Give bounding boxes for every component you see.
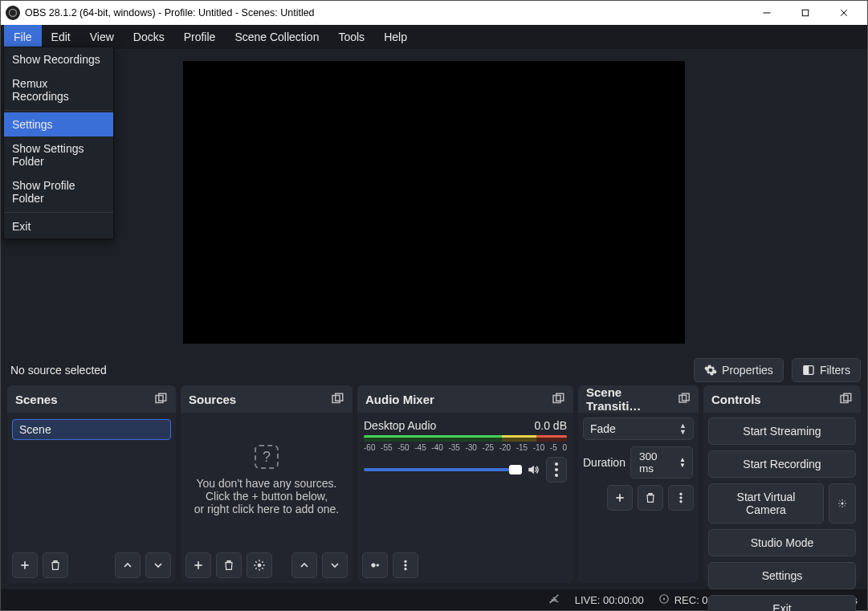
file-dropdown: Show Recordings Remux Recordings Setting… <box>3 47 114 239</box>
sources-footer <box>181 548 352 583</box>
menu-file[interactable]: File <box>4 25 42 49</box>
menu-edit[interactable]: Edit <box>42 25 80 49</box>
svg-point-19 <box>555 462 558 466</box>
properties-label: Properties <box>722 364 773 377</box>
tick: -15 <box>516 443 528 452</box>
svg-point-38 <box>663 597 665 599</box>
mixer-track-level: 0.0 dB <box>535 419 567 432</box>
tick: -20 <box>499 443 511 452</box>
minimize-button[interactable] <box>748 1 785 25</box>
studio-mode-button[interactable]: Studio Mode <box>708 529 856 556</box>
source-properties-button[interactable] <box>247 552 272 578</box>
menu-scene-collection[interactable]: Scene Collection <box>225 25 328 49</box>
popout-icon[interactable] <box>330 392 344 406</box>
svg-point-20 <box>555 468 558 471</box>
transition-buttons <box>583 485 694 511</box>
menu-help[interactable]: Help <box>374 25 417 49</box>
file-show-recordings[interactable]: Show Recordings <box>4 47 113 71</box>
tick: -25 <box>483 443 494 452</box>
svg-point-24 <box>405 564 407 567</box>
updown-icon: ▲▼ <box>679 422 687 435</box>
speaker-icon[interactable] <box>527 463 540 476</box>
svg-point-31 <box>680 497 683 499</box>
track-menu-button[interactable] <box>546 457 567 483</box>
tick: -60 <box>364 443 375 452</box>
mixer-track-name: Desktop Audio <box>364 419 436 432</box>
spinbox-arrows-icon: ▲▼ <box>679 457 686 468</box>
app-logo-icon <box>6 6 20 20</box>
scene-item[interactable]: Scene <box>12 419 171 440</box>
audio-meter <box>364 435 567 442</box>
sources-empty-text: You don't have any sources. Click the + … <box>194 477 340 515</box>
file-show-settings-folder[interactable]: Show Settings Folder <box>4 136 113 173</box>
network-icon <box>548 593 560 608</box>
mixer-header: Audio Mixer <box>357 385 573 413</box>
start-recording-button[interactable]: Start Recording <box>708 450 856 478</box>
popout-icon[interactable] <box>838 392 853 406</box>
popout-icon[interactable] <box>153 392 168 406</box>
maximize-button[interactable] <box>787 1 824 25</box>
menu-bar: File Edit View Docks Profile Scene Colle… <box>1 25 867 49</box>
add-transition-button[interactable] <box>607 485 633 511</box>
file-exit[interactable]: Exit <box>4 214 113 238</box>
remove-scene-button[interactable] <box>43 552 68 578</box>
file-remux-recordings[interactable]: Remux Recordings <box>4 71 113 108</box>
tick: -5 <box>550 443 557 452</box>
mixer-body: Desktop Audio 0.0 dB -60 -55 -50 -45 -40… <box>357 413 573 548</box>
menu-view[interactable]: View <box>80 25 124 49</box>
scenes-title: Scenes <box>15 393 58 406</box>
properties-button[interactable]: Properties <box>694 358 784 382</box>
move-scene-down-button[interactable] <box>145 552 171 578</box>
menu-separator <box>4 110 113 111</box>
sources-list[interactable]: ? You don't have any sources. Click the … <box>181 413 352 548</box>
move-source-down-button[interactable] <box>322 552 348 578</box>
settings-button[interactable]: Settings <box>708 562 856 589</box>
popout-icon[interactable] <box>551 392 565 406</box>
file-settings[interactable]: Settings <box>4 112 113 136</box>
move-scene-up-button[interactable] <box>115 552 141 578</box>
scenes-list[interactable]: Scene <box>7 413 176 548</box>
transitions-panel: Scene Transiti… Fade ▲▼ Duration 300 ms … <box>578 385 699 583</box>
move-source-up-button[interactable] <box>291 552 317 578</box>
transition-menu-button[interactable] <box>668 485 694 511</box>
menu-separator <box>4 212 113 213</box>
duration-spinbox[interactable]: 300 ms ▲▼ <box>630 446 693 479</box>
app-window: OBS 28.1.2 (64-bit, windows) - Profile: … <box>0 0 868 611</box>
menu-profile[interactable]: Profile <box>174 25 226 49</box>
preview-area <box>4 52 864 352</box>
svg-point-16 <box>258 564 261 567</box>
controls-body: Start Streaming Start Recording Start Vi… <box>703 413 861 583</box>
tick: -40 <box>431 443 442 452</box>
start-virtual-camera-button[interactable]: Start Virtual Camera <box>708 483 824 523</box>
scenes-panel: Scenes Scene <box>7 385 176 583</box>
svg-rect-3 <box>802 10 809 16</box>
close-button[interactable] <box>825 1 862 25</box>
menu-docks[interactable]: Docks <box>124 25 174 49</box>
add-source-button[interactable] <box>185 552 211 578</box>
remove-source-button[interactable] <box>216 552 242 578</box>
svg-point-21 <box>555 474 558 477</box>
gear-icon <box>704 364 717 377</box>
volume-slider[interactable] <box>364 468 520 471</box>
filters-icon <box>802 364 815 377</box>
no-source-label: No source selected <box>7 364 107 377</box>
mixer-title: Audio Mixer <box>365 393 434 406</box>
preview-canvas[interactable] <box>183 61 685 344</box>
mixer-menu-button[interactable] <box>393 552 418 578</box>
transition-select[interactable]: Fade ▲▼ <box>583 418 694 440</box>
file-show-profile-folder[interactable]: Show Profile Folder <box>4 173 113 210</box>
popout-icon[interactable] <box>677 392 691 406</box>
start-streaming-button[interactable]: Start Streaming <box>708 418 856 445</box>
filters-button[interactable]: Filters <box>792 358 861 382</box>
remove-transition-button[interactable] <box>638 485 663 511</box>
status-live: LIVE: 00:00:00 <box>575 594 644 606</box>
docks-row: Scenes Scene Sources <box>4 385 864 586</box>
transition-selected: Fade <box>590 422 616 435</box>
mixer-footer <box>357 548 573 583</box>
menu-tools[interactable]: Tools <box>328 25 374 49</box>
sources-title: Sources <box>189 393 236 406</box>
add-scene-button[interactable] <box>12 552 38 578</box>
virtual-camera-settings-button[interactable] <box>829 483 856 523</box>
mixer-settings-button[interactable] <box>362 552 388 578</box>
exit-button[interactable]: Exit <box>708 595 856 611</box>
